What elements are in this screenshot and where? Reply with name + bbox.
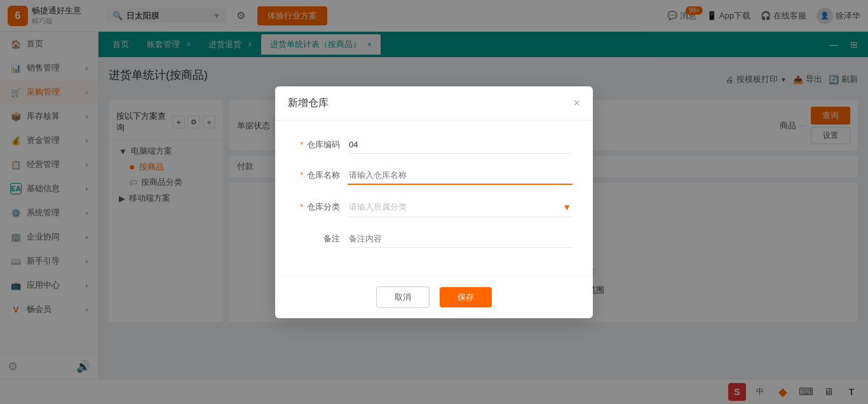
warehouse-category-select[interactable]: 请输入所属分类 ▼ <box>348 198 573 217</box>
modal-close-button[interactable]: × <box>573 97 580 110</box>
warehouse-remark-label: 备注 <box>295 233 340 245</box>
warehouse-code-input[interactable] <box>348 136 573 154</box>
save-button[interactable]: 保存 <box>440 287 492 307</box>
warehouse-name-input[interactable] <box>348 166 573 185</box>
add-warehouse-modal: 新增仓库 × * 仓库编码 * 仓库名称 <box>275 86 593 318</box>
warehouse-remark-input[interactable] <box>348 230 573 248</box>
warehouse-name-row: * 仓库名称 <box>295 166 573 185</box>
modal-title: 新增仓库 <box>288 97 329 110</box>
category-dropdown-icon: ▼ <box>562 202 571 212</box>
modal-header: 新增仓库 × <box>275 86 593 121</box>
required-star2: * <box>300 170 303 180</box>
warehouse-remark-row: 备注 <box>295 230 573 248</box>
warehouse-code-label: * 仓库编码 <box>295 139 340 151</box>
modal-body: * 仓库编码 * 仓库名称 * 仓库分类 请输入所属 <box>275 121 593 276</box>
warehouse-name-label: * 仓库名称 <box>295 170 340 181</box>
warehouse-code-row: * 仓库编码 <box>295 136 573 154</box>
warehouse-category-placeholder: 请输入所属分类 <box>349 201 407 213</box>
modal-overlay: 新增仓库 × * 仓库编码 * 仓库名称 <box>0 0 868 404</box>
modal-footer: 取消 保存 <box>275 276 593 318</box>
warehouse-category-row: * 仓库分类 请输入所属分类 ▼ <box>295 198 573 217</box>
required-star3: * <box>300 202 303 212</box>
warehouse-category-label: * 仓库分类 <box>295 201 340 213</box>
required-star1: * <box>300 140 303 149</box>
cancel-button[interactable]: 取消 <box>376 286 430 308</box>
